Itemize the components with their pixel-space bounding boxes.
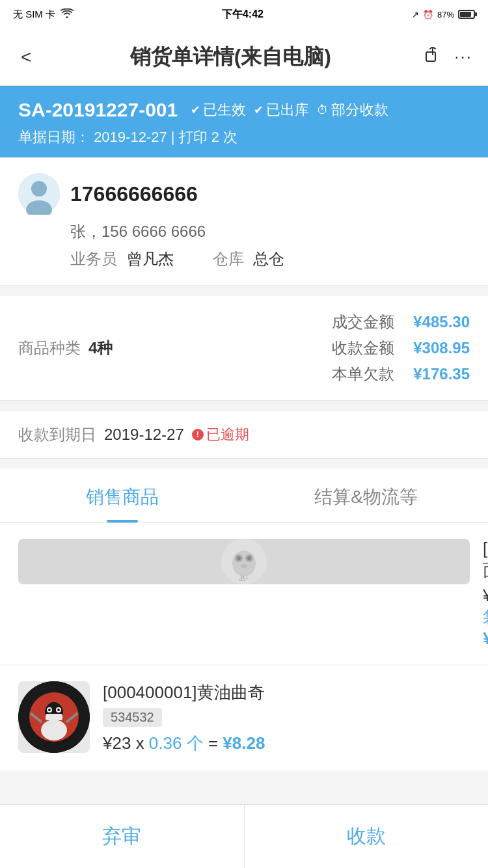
clock-icon: ⏱: [317, 103, 329, 117]
ninja-image: [18, 681, 90, 753]
check-icon-2: ✔: [254, 103, 264, 117]
product-info-2: [000400001]黄油曲奇 534532 ¥23 x 0.36 个 = ¥8…: [103, 681, 470, 755]
nav-actions: ···: [424, 47, 472, 68]
status-effective: ✔ 已生效: [191, 100, 246, 120]
location-icon: ↗: [412, 10, 419, 20]
battery-percent: 87%: [437, 10, 454, 20]
amount-row: 成交金额 ¥485.30: [332, 312, 470, 332]
svg-point-19: [48, 709, 51, 711]
share-button[interactable]: [424, 47, 441, 68]
back-button[interactable]: <: [16, 42, 36, 73]
order-header: SA-20191227-001 ✔ 已生效 ✔ 已出库 ⏱ 部分收款 单据日期：…: [0, 86, 488, 157]
due-section: 收款到期日 2019-12-27 ! 已逾期: [0, 411, 488, 459]
svg-point-21: [41, 720, 67, 740]
status-shipped: ✔ 已出库: [254, 100, 309, 120]
battery-icon: [458, 10, 475, 19]
customer-name-phone: 张，156 6666 6666: [70, 221, 470, 242]
payment-button[interactable]: 收款: [245, 805, 489, 868]
status-badges: ✔ 已生效 ✔ 已出库 ⏱ 部分收款: [191, 100, 388, 120]
carrier-text: 无 SIM 卡: [13, 8, 55, 21]
product-price-1: ¥40 x 5 袋 = ¥199.99: [483, 586, 488, 649]
status-bar-left: 无 SIM 卡: [13, 8, 74, 21]
received-row: 收款金额 ¥308.95: [332, 338, 470, 359]
order-date-info: 单据日期： 2019-12-27 | 打印 2 次: [18, 128, 470, 147]
product-info-1: [0000002]面包 ¥40 x 5 袋 = ¥199.99: [483, 539, 488, 649]
tab-sales-products[interactable]: 销售商品: [0, 469, 244, 522]
sales-label: 业务员 曾凡杰: [70, 249, 174, 269]
list-item: 品+ [0000002]面包 ¥40 x 5 袋 = ¥199.99: [0, 523, 488, 664]
svg-point-20: [57, 709, 60, 711]
status-bar-right: ↗ ⏰ 87%: [412, 10, 475, 20]
product-thumbnail-2: [18, 681, 90, 753]
customer-meta: 业务员 曾凡杰 仓库 总仓: [70, 249, 470, 269]
bottom-bar: 弃审 收款: [0, 804, 488, 868]
svg-point-3: [31, 181, 47, 197]
tabs-row: 销售商品 结算&物流等: [0, 469, 488, 523]
svg-point-11: [241, 564, 247, 568]
svg-point-9: [237, 556, 241, 560]
wifi-icon: [61, 8, 74, 21]
check-icon-1: ✔: [191, 103, 200, 117]
warehouse-name: 总仓: [253, 250, 284, 267]
customer-row: 17666666666: [18, 173, 470, 215]
list-item: [000400001]黄油曲奇 534532 ¥23 x 0.36 个 = ¥8…: [0, 666, 488, 770]
order-id: SA-20191227-001: [18, 99, 178, 121]
svg-rect-0: [426, 52, 435, 61]
product-price-2: ¥23 x 0.36 个 = ¥8.28: [103, 732, 470, 755]
svg-point-10: [247, 556, 251, 560]
product-sku-2: 534532: [103, 708, 470, 732]
nav-bar: < 销货单详情(来自电脑) ···: [0, 29, 488, 86]
sales-name: 曾凡杰: [127, 250, 174, 267]
product-type-count: 商品种类 4种: [18, 312, 113, 385]
order-header-row1: SA-20191227-001 ✔ 已生效 ✔ 已出库 ⏱ 部分收款: [18, 99, 470, 121]
product-name-1: [0000002]面包: [483, 539, 488, 582]
svg-rect-16: [46, 714, 62, 720]
status-partial-payment: ⏱ 部分收款: [317, 100, 388, 120]
svg-point-6: [232, 550, 256, 576]
customer-section: 17666666666 张，156 6666 6666 业务员 曾凡杰 仓库 总…: [0, 157, 488, 286]
product-name-2: [000400001]黄油曲奇: [103, 681, 470, 704]
status-time: 下午4:42: [222, 8, 264, 21]
tabs-section: 销售商品 结算&物流等 品+: [0, 469, 488, 835]
product-thumbnail-1: 品+: [18, 539, 470, 584]
more-button[interactable]: ···: [454, 47, 472, 67]
alarm-icon: ⏰: [423, 10, 433, 20]
status-bar: 无 SIM 卡 下午4:42 ↗ ⏰ 87%: [0, 0, 488, 29]
customer-id: 17666666666: [70, 182, 198, 206]
page-title: 销货单详情(来自电脑): [130, 43, 331, 72]
stats-section: 商品种类 4种 成交金额 ¥485.30 收款金额 ¥308.95 本单欠款 ¥…: [0, 296, 488, 401]
overdue-badge: ! 已逾期: [192, 425, 249, 444]
warehouse-label: 仓库 总仓: [213, 249, 285, 269]
debt-row: 本单欠款 ¥176.35: [332, 364, 470, 385]
financial-stats: 成交金额 ¥485.30 收款金额 ¥308.95 本单欠款 ¥176.35: [332, 312, 470, 385]
tab-settlement[interactable]: 结算&物流等: [244, 469, 488, 522]
svg-text:品+: 品+: [239, 575, 249, 582]
cancel-review-button[interactable]: 弃审: [0, 805, 245, 868]
product-list: 品+ [0000002]面包 ¥40 x 5 袋 = ¥199.99: [0, 523, 488, 835]
customer-avatar: [18, 173, 60, 215]
overdue-icon: !: [192, 429, 204, 441]
